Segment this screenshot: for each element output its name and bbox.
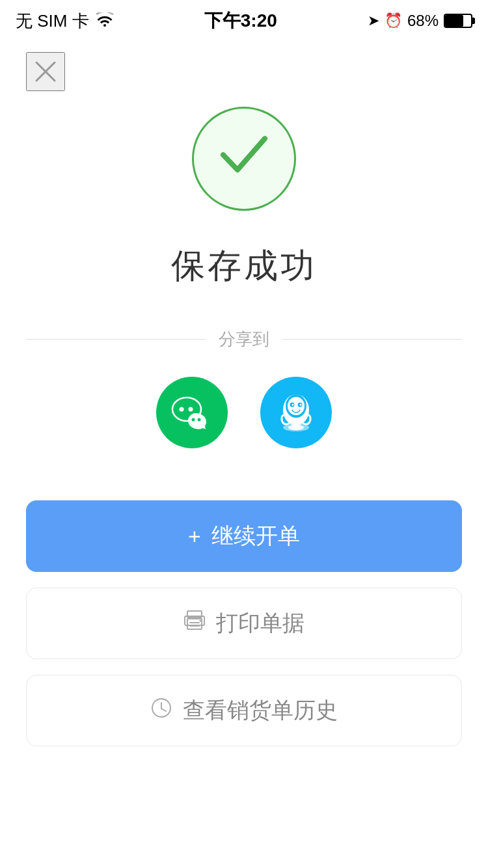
- plus-icon: +: [188, 524, 201, 549]
- divider-right: [282, 339, 462, 340]
- print-label: 打印单据: [216, 608, 305, 638]
- history-label: 查看销货单历史: [183, 696, 338, 726]
- success-title: 保存成功: [171, 243, 317, 289]
- qq-icon: [277, 392, 316, 434]
- close-button[interactable]: [26, 52, 65, 91]
- clock-icon: [150, 697, 172, 724]
- status-time: 下午3:20: [204, 8, 277, 33]
- success-circle: [192, 107, 296, 211]
- svg-point-12: [292, 403, 294, 405]
- share-qq-button[interactable]: [260, 377, 332, 448]
- svg-point-5: [191, 418, 195, 421]
- print-button[interactable]: 打印单据: [26, 588, 462, 659]
- history-button[interactable]: 查看销货单历史: [26, 675, 462, 746]
- svg-point-15: [283, 424, 309, 431]
- wifi-icon: [96, 11, 114, 31]
- svg-point-21: [200, 620, 202, 622]
- location-icon: ➤: [368, 12, 379, 29]
- checkmark-icon: [218, 132, 270, 186]
- svg-point-3: [179, 407, 183, 411]
- status-bar: 无 SIM 卡 下午3:20 ➤ ⏰ 68%: [0, 0, 488, 42]
- main-content: 保存成功 分享到: [0, 42, 488, 746]
- share-wechat-button[interactable]: [156, 377, 228, 448]
- svg-point-6: [197, 418, 200, 421]
- wechat-icon: [171, 395, 213, 431]
- battery-percent: 68%: [407, 12, 439, 30]
- svg-line-24: [161, 709, 166, 711]
- close-icon: [34, 60, 57, 83]
- svg-point-4: [188, 407, 193, 411]
- continue-label: 继续开单: [211, 521, 300, 551]
- battery-icon-container: [444, 14, 472, 28]
- share-label: 分享到: [206, 328, 282, 351]
- svg-point-13: [300, 403, 302, 405]
- share-section: 分享到: [26, 328, 462, 351]
- alarm-icon: ⏰: [385, 12, 402, 29]
- divider-left: [26, 339, 206, 340]
- action-buttons: + 继续开单 打印单据: [26, 500, 462, 746]
- status-right: ➤ ⏰ 68%: [368, 12, 472, 30]
- printer-icon: [183, 610, 206, 637]
- continue-button[interactable]: + 继续开单: [26, 500, 462, 572]
- sim-status: 无 SIM 卡: [16, 10, 89, 33]
- share-icons-row: [156, 377, 332, 448]
- status-left: 无 SIM 卡: [16, 10, 114, 33]
